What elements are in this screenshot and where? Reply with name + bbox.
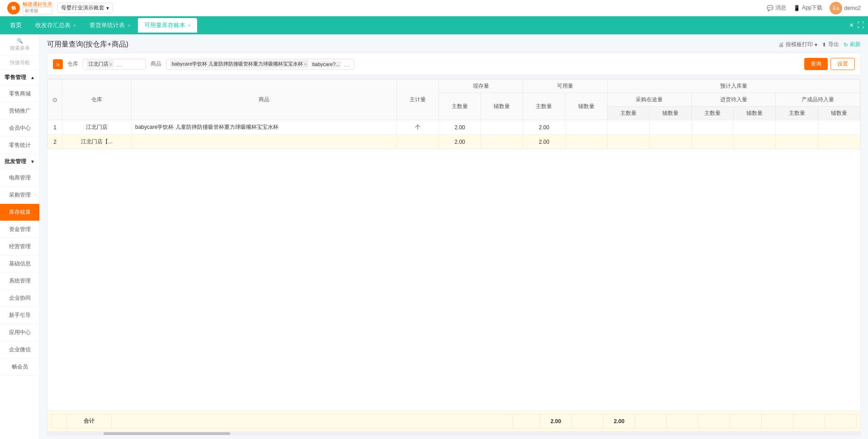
nav-tabs-right: × ⛶ bbox=[849, 21, 864, 29]
sidebar-retail-stats[interactable]: 零售统计 bbox=[0, 137, 39, 154]
col-header-available-qty: 可用量 bbox=[523, 80, 607, 93]
app-download-btn[interactable]: 📱 App下载 bbox=[793, 4, 822, 12]
logo-icon: 畅 bbox=[7, 2, 20, 14]
settings-btn[interactable]: 设置 bbox=[830, 58, 855, 70]
footer-total-label: 合计 bbox=[66, 415, 112, 428]
cell-product-main-2 bbox=[776, 135, 818, 149]
cell-stock-aux-1 bbox=[481, 120, 523, 135]
sidebar-chang-member[interactable]: 畅会员 bbox=[0, 359, 39, 376]
gear-icon[interactable]: ⚙ bbox=[52, 96, 58, 104]
industry-selector[interactable]: 母婴行业演示账套 ▾ bbox=[57, 3, 113, 13]
cell-stock-aux-2 bbox=[481, 135, 523, 149]
sidebar-quick-nav[interactable]: 快捷导航 bbox=[0, 56, 39, 70]
col-header-product: 商品 bbox=[132, 80, 397, 120]
sidebar-marketing[interactable]: 营销推广 bbox=[0, 103, 39, 120]
sidebar-newbie-guide[interactable]: 新手引导 bbox=[0, 307, 39, 324]
expand-tabs[interactable]: ⛶ bbox=[857, 21, 864, 29]
product-filter-label: 商品 bbox=[151, 60, 161, 68]
cell-stock-main-1: 2.00 bbox=[439, 120, 481, 135]
table-scroll-area[interactable]: ⚙ 仓库 商品 主计量 现存量 可用量 预计入库量 主数量 辅数量 bbox=[47, 79, 860, 411]
sidebar-search[interactable]: 🔍 搜索菜单 bbox=[0, 34, 39, 56]
table-footer: 合计 2.00 2.00 bbox=[47, 411, 860, 431]
refresh-icon: ↻ bbox=[844, 42, 848, 48]
sidebar: 🔍 搜索菜单 快捷导航 零售管理 ▲ 零售商城 营销推广 会员中心 零售统计 批… bbox=[0, 34, 40, 439]
export-btn[interactable]: ⬆ 导出 bbox=[822, 41, 839, 48]
print-icon: 🖨 bbox=[778, 42, 784, 48]
avatar: Ea bbox=[830, 2, 842, 14]
sidebar-finance[interactable]: 资金管理 bbox=[0, 221, 39, 238]
cell-avail-aux-1 bbox=[565, 120, 607, 135]
col-header-purchase-onway: 采购在途量 bbox=[607, 93, 691, 107]
sidebar-ecommerce[interactable]: 电商管理 bbox=[0, 170, 39, 187]
cell-purchase-main-1 bbox=[607, 120, 649, 135]
tab-available-stock[interactable]: 可用量库存账本 × bbox=[138, 18, 197, 33]
main-table: ⚙ 仓库 商品 主计量 现存量 可用量 预计入库量 主数量 辅数量 bbox=[47, 79, 860, 149]
cell-avail-main-2: 2.00 bbox=[523, 135, 565, 149]
sidebar-base-info[interactable]: 基础信息 bbox=[0, 255, 39, 273]
col-header-stock-aux: 辅数量 bbox=[481, 93, 523, 120]
chevron-down-icon: ▼ bbox=[30, 159, 35, 164]
sidebar-retail-management[interactable]: 零售管理 ▲ bbox=[0, 70, 39, 85]
close-tab-2[interactable]: × bbox=[188, 23, 191, 28]
message-btn[interactable]: 💬 消息 bbox=[767, 4, 786, 12]
print-btn[interactable]: 🖨 按模板打印 ▾ bbox=[778, 41, 817, 48]
remove-warehouse-tag[interactable]: × bbox=[109, 61, 112, 67]
sidebar-operations[interactable]: 经营管理 bbox=[0, 238, 39, 255]
close-all-tabs[interactable]: × bbox=[849, 21, 854, 29]
tab-order-stats[interactable]: 要货单统计表 × bbox=[83, 18, 137, 33]
product-tag-1: babycare学饮杯 儿童防摔防撞吸管杯重力球吸嘴杯宝宝水杯 × bbox=[170, 60, 309, 68]
table-row: 2 江北门店【... 2.00 2.00 bbox=[48, 135, 860, 149]
top-bar-right: 💬 消息 📱 App下载 Ea demo2 bbox=[767, 2, 861, 14]
scrollbar-thumb[interactable] bbox=[104, 432, 230, 435]
page-actions: 🖨 按模板打印 ▾ ⬆ 导出 ↻ 刷新 bbox=[778, 41, 861, 48]
close-tab-0[interactable]: × bbox=[73, 23, 76, 28]
col-header-purchase-aux: 辅数量 bbox=[649, 107, 691, 120]
cell-purchase-aux-1 bbox=[649, 120, 691, 135]
tab-receive-summary[interactable]: 收发存汇总表 × bbox=[29, 18, 82, 33]
col-header-product-pending: 产成品待入量 bbox=[776, 93, 860, 107]
sidebar-enterprise-wechat[interactable]: 企业微信 bbox=[0, 341, 39, 359]
cell-inbound-main-2 bbox=[692, 135, 734, 149]
query-btn[interactable]: 查询 bbox=[804, 58, 828, 70]
logo-area: 畅 畅捷通好生意 标准版 bbox=[7, 1, 52, 14]
warehouse-more-icon[interactable]: ... bbox=[116, 60, 122, 68]
sidebar-system[interactable]: 系统管理 bbox=[0, 273, 39, 290]
cell-purchase-aux-2 bbox=[649, 135, 691, 149]
col-header-warehouse: 仓库 bbox=[62, 80, 132, 120]
col-header-product-aux: 辅数量 bbox=[818, 107, 860, 120]
close-tab-1[interactable]: × bbox=[127, 23, 130, 28]
col-header-unit: 主计量 bbox=[396, 80, 439, 120]
sidebar-member-center[interactable]: 会员中心 bbox=[0, 120, 39, 137]
cell-stock-main-2: 2.00 bbox=[439, 135, 481, 149]
cell-index-1: 1 bbox=[48, 120, 62, 135]
filter-bar: » 仓库 江北门店 × ... 商品 babycare学饮杯 儿童防摔防撞吸管杯… bbox=[47, 53, 861, 75]
cell-unit-2 bbox=[396, 135, 439, 149]
table-row: 1 江北门店 babycare学饮杯 儿童防摔防撞吸管杯重力球吸嘴杯宝宝水杯 个… bbox=[48, 120, 860, 135]
col-header-settings[interactable]: ⚙ bbox=[48, 80, 62, 120]
sidebar-enterprise-collab[interactable]: 企业协同 bbox=[0, 290, 39, 307]
cell-product-1: babycare学饮杯 儿童防摔防撞吸管杯重力球吸嘴杯宝宝水杯 bbox=[132, 120, 397, 135]
table-wrap: ⚙ 仓库 商品 主计量 现存量 可用量 预计入库量 主数量 辅数量 bbox=[47, 79, 861, 435]
sidebar-purchase[interactable]: 采购管理 bbox=[0, 187, 39, 204]
content-area: 可用量查询(按仓库+商品) 🖨 按模板打印 ▾ ⬆ 导出 ↻ 刷新 » bbox=[40, 34, 868, 439]
warehouse-filter-input[interactable]: 江北门店 × ... bbox=[83, 59, 146, 70]
col-header-product-main: 主数量 bbox=[776, 107, 818, 120]
search-icon: 🔍 bbox=[17, 38, 23, 44]
user-area[interactable]: Ea demo2 bbox=[830, 2, 861, 14]
warehouse-filter-label: 仓库 bbox=[67, 60, 78, 68]
horizontal-scrollbar[interactable] bbox=[47, 431, 860, 435]
product-more-icon[interactable]: … bbox=[343, 60, 350, 68]
product-filter-input[interactable]: babycare学饮杯 儿童防摔防撞吸管杯重力球吸嘴杯宝宝水杯 × babyca… bbox=[166, 59, 354, 70]
filter-expand-btn[interactable]: » bbox=[53, 59, 63, 69]
sidebar-wholesale-management[interactable]: 批发管理 ▼ bbox=[0, 154, 39, 170]
sidebar-inventory[interactable]: 库存核算 bbox=[0, 204, 39, 221]
export-icon: ⬆ bbox=[822, 42, 826, 48]
col-header-inbound-main: 主数量 bbox=[692, 107, 734, 120]
template-badge: 标准版 bbox=[23, 7, 52, 14]
remove-product-tag-1[interactable]: × bbox=[304, 61, 307, 67]
refresh-btn[interactable]: ↻ 刷新 bbox=[844, 41, 861, 48]
tab-home[interactable]: 首页 bbox=[4, 18, 28, 33]
sidebar-app-center[interactable]: 应用中心 bbox=[0, 324, 39, 341]
col-header-avail-aux: 辅数量 bbox=[565, 93, 607, 120]
sidebar-online-store[interactable]: 零售商城 bbox=[0, 85, 39, 103]
